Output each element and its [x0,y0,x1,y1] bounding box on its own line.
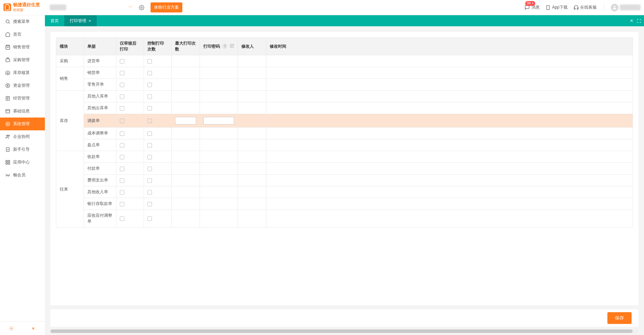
cell-modifier [238,79,266,91]
audit-checkbox[interactable] [120,155,124,159]
audit-checkbox[interactable] [120,119,124,123]
ctrl-count-checkbox[interactable] [147,202,152,206]
cell-modify-time [266,67,633,79]
purchase-icon [5,57,10,63]
svg-rect-21 [8,160,9,162]
ctrl-count-checkbox[interactable] [147,106,152,111]
operate-icon [5,96,10,101]
ctrl-count-checkbox[interactable] [147,94,152,99]
svg-rect-23 [8,163,9,164]
cell-audit [116,175,144,186]
cell-audit [116,79,144,91]
online-service-label: 在线客服 [580,4,597,10]
close-icon[interactable]: ✕ [88,19,91,23]
audit-checkbox[interactable] [120,190,124,195]
ctrl-count-checkbox[interactable] [147,143,152,148]
settings-icon[interactable] [139,5,144,10]
cell-doc: 应收应付调整单 [84,210,116,227]
audit-checkbox[interactable] [120,106,124,111]
audit-checkbox[interactable] [120,71,124,75]
experience-button[interactable]: 体验行业方案 [151,2,182,12]
sidebar-item-guide[interactable]: 新手引导 [0,143,45,156]
ctrl-count-checkbox[interactable] [147,178,152,183]
cell-pwd [200,198,238,210]
app-download-button[interactable]: App下载 [545,4,568,10]
max-count-input[interactable] [175,117,196,124]
save-button[interactable]: 保存 [607,312,632,324]
cell-modify-time [266,175,633,186]
sidebar-item-sales[interactable]: 销售管理 [0,41,45,54]
password-input[interactable] [203,117,234,124]
cell-doc: 费用支出单 [84,175,116,186]
horizontal-scrollbar[interactable] [50,329,638,333]
cell-modify-time [266,186,633,198]
cell-doc: 收款单 [84,151,116,163]
audit-checkbox[interactable] [120,59,124,64]
sidebar-item-appcenter[interactable]: 应用中心 [0,156,45,169]
audit-checkbox[interactable] [120,131,124,136]
sidebar-item-purchase[interactable]: 采购管理 [0,54,45,66]
cell-max [172,198,200,210]
sidebar-item-member[interactable]: 畅会员 [0,169,45,182]
sidebar-item-home[interactable]: 首页 [0,28,45,41]
cell-doc: 其他收入单 [84,186,116,198]
collapse-icon[interactable] [31,326,36,331]
sidebar-item-search[interactable]: 搜索菜单 [0,15,45,28]
th-modify-time: 修改时间 [266,38,633,55]
th-ctrl-count: 控制打印次数 [144,38,172,55]
sidebar-item-operate[interactable]: 经营管理 [0,92,45,105]
cell-modifier [238,91,266,102]
audit-checkbox[interactable] [120,83,124,87]
ctrl-count-checkbox[interactable] [147,59,152,64]
headset-icon [573,5,579,10]
sidebar-item-base[interactable]: 基础信息 [0,105,45,118]
online-service-button[interactable]: 在线客服 [573,4,597,10]
audit-checkbox[interactable] [120,143,124,148]
cell-ctrl [144,139,172,151]
ctrl-count-checkbox[interactable] [147,131,152,136]
cell-doc: 银行存取款单 [84,198,116,210]
cell-pwd [200,128,238,139]
org-selector[interactable]: ﹀ [50,4,133,10]
ctrl-count-checkbox[interactable] [147,155,152,159]
scrollbar-thumb[interactable] [50,329,633,333]
phone-icon [545,5,551,10]
tab-print-manage[interactable]: 打印管理 ✕ [64,15,97,26]
ctrl-count-checkbox[interactable] [147,83,152,87]
close-all-icon[interactable]: ✕ [630,18,633,23]
ctrl-count-checkbox[interactable] [147,119,152,123]
cell-ctrl [144,102,172,114]
ctrl-count-checkbox[interactable] [147,216,152,221]
guide-icon [5,147,10,152]
fullscreen-icon[interactable] [637,19,641,23]
audit-checkbox[interactable] [120,167,124,171]
ctrl-count-checkbox[interactable] [147,71,152,75]
audit-checkbox[interactable] [120,178,124,183]
messages-button[interactable]: 99 + 消息 [525,4,540,10]
sidebar-item-system[interactable]: 系统管理 [0,118,45,130]
cell-pwd [200,102,238,114]
settings-icon[interactable] [9,326,14,331]
svg-point-15 [7,123,8,125]
audit-checkbox[interactable] [120,94,124,99]
edit-icon[interactable] [230,44,234,48]
sidebar-item-collab[interactable]: 企业协同 [0,130,45,143]
cell-modifier [238,102,266,114]
ctrl-count-checkbox[interactable] [147,190,152,195]
cell-pwd [200,210,238,227]
user-menu[interactable] [611,4,641,11]
cell-max [172,67,200,79]
sidebar-item-label: 库存核算 [13,70,30,76]
sidebar-item-stock[interactable]: 库存核算 [0,66,45,79]
svg-rect-1 [547,6,549,10]
ctrl-count-checkbox[interactable] [147,167,152,171]
audit-checkbox[interactable] [120,216,124,221]
cell-pwd [200,163,238,175]
cell-max [172,163,200,175]
sidebar-item-fund[interactable]: 资金管理 [0,79,45,92]
help-icon[interactable]: ? [222,44,227,48]
cell-module: 销售 [56,67,84,91]
tab-home[interactable]: 首页 [45,15,64,26]
table-row: 银行存取款单 [56,198,633,210]
audit-checkbox[interactable] [120,202,124,206]
